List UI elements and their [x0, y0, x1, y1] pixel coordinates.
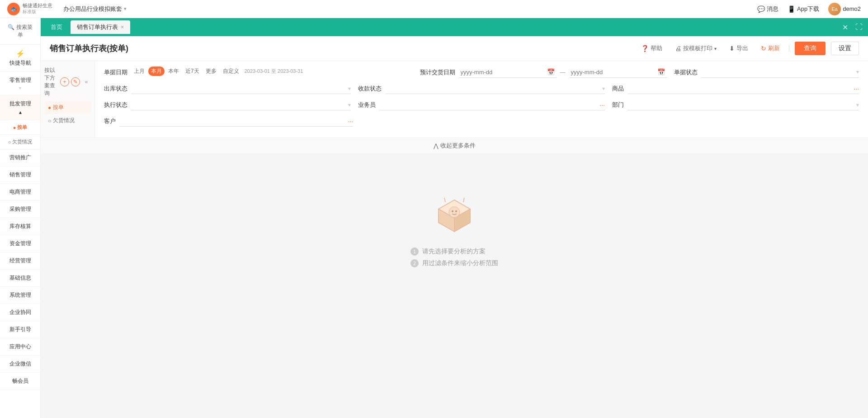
out-status-dropdown-icon[interactable]: ▾ — [348, 86, 351, 92]
tab-close-window-btn[interactable]: ✕ — [840, 21, 850, 33]
date-tab-last[interactable]: 上月 — [131, 66, 147, 76]
sidebar-item-system[interactable]: 系统管理 — [0, 287, 40, 304]
filter-plan-collapse-btn[interactable]: « — [82, 77, 91, 86]
filter-plan-title: 按以下方案查询 + ✎ « — [44, 66, 91, 97]
exec-status-wrap: ▾ — [131, 100, 351, 110]
filter-plan-label: 按以下方案查询 — [44, 66, 60, 97]
hint-text-2: 用过滤条件来缩小分析范围 — [422, 259, 498, 267]
dept-dropdown-icon[interactable]: ▾ — [856, 102, 859, 108]
main-layout: 🔍 搜索菜单 ⚡ 快捷导航 零售管理 ▾ 批发管理 ▴ ● 按单 ○ 欠货情况 — [0, 18, 868, 418]
filter-row-3: 执行状态 ▾ 业务员 ··· — [104, 100, 859, 110]
sidebar-item-inventory[interactable]: 库存核算 — [0, 218, 40, 235]
logo-subtext: 标准版 — [23, 9, 52, 15]
sidebar-item-appstore[interactable]: 应用中心 — [0, 338, 40, 356]
member-label: 畅会员 — [12, 377, 28, 385]
message-btn[interactable]: 💬 消息 — [757, 5, 778, 13]
out-status-input[interactable] — [131, 83, 348, 94]
filter-area: 按以下方案查询 + ✎ « — [41, 61, 868, 153]
sidebar-item-sales[interactable]: 销售管理 — [0, 166, 40, 184]
status-input[interactable] — [701, 67, 857, 77]
expected-date-from[interactable] — [459, 67, 545, 77]
print-btn[interactable]: 🖨 按模板打印 ▾ — [671, 43, 720, 54]
calendar-to-icon[interactable]: 📅 — [656, 68, 667, 76]
page-title: 销售订单执行表(按单) — [50, 43, 128, 54]
search-menu-btn[interactable]: 🔍 搜索菜单 — [4, 22, 37, 41]
customer-input[interactable] — [119, 116, 348, 126]
customer-more-icon[interactable]: ··· — [348, 118, 354, 125]
tab-maximize-btn[interactable]: ⛶ — [854, 21, 864, 33]
svg-point-6 — [455, 210, 457, 212]
date-tab-year[interactable]: 本年 — [165, 66, 182, 76]
logo-area[interactable]: 🐟 畅捷通好生意 标准版 — [7, 3, 52, 15]
expected-date-to[interactable] — [569, 67, 656, 77]
sidebar-item-retail[interactable]: 零售管理 ▾ — [0, 72, 40, 95]
sidebar-item-wholesale[interactable]: 批发管理 ▴ — [0, 95, 40, 120]
goods-input[interactable] — [627, 83, 854, 94]
sidebar-item-finance[interactable]: 资金管理 — [0, 235, 40, 252]
exec-status-dropdown-icon[interactable]: ▾ — [348, 102, 351, 108]
payment-status-input[interactable] — [385, 83, 602, 94]
salesman-more-icon[interactable]: ··· — [599, 101, 605, 109]
date-tab-week[interactable]: 近7天 — [183, 66, 202, 76]
plan-order-label: 按单 — [53, 104, 64, 111]
set-btn[interactable]: 设置 — [831, 42, 859, 55]
calendar-from-icon[interactable]: 📅 — [545, 68, 557, 76]
sidebar-item-marketing[interactable]: 营销推广 — [0, 149, 40, 166]
tab-close-btn[interactable]: × — [121, 24, 124, 30]
sidebar-item-corpwx[interactable]: 企业微信 — [0, 356, 40, 373]
retail-arrow-icon: ▾ — [19, 86, 21, 90]
refresh-btn[interactable]: ↻ 刷新 — [757, 43, 783, 54]
salesman-input[interactable] — [379, 100, 599, 110]
sidebar-item-newbie[interactable]: 新手引导 — [0, 321, 40, 338]
refresh-label: 刷新 — [768, 44, 780, 52]
export-label: 导出 — [736, 44, 748, 52]
filter-plan-add-btn[interactable]: + — [60, 77, 69, 86]
tab-active[interactable]: 销售订单执行表 × — [71, 20, 130, 34]
sidebar-item-member[interactable]: 畅会员 — [0, 373, 40, 390]
export-btn[interactable]: ⬇ 导出 — [726, 43, 752, 54]
date-tab-custom[interactable]: 自定义 — [220, 66, 242, 76]
filter-plan-item-order[interactable]: ● 按单 — [44, 101, 91, 114]
user-info[interactable]: Ea demo2 — [828, 3, 861, 15]
sidebar-item-ecommerce[interactable]: 电商管理 — [0, 184, 40, 201]
sidebar-sub-item-debt[interactable]: ○ 欠货情况 — [0, 134, 40, 149]
salesman-label: 业务员 — [358, 101, 376, 109]
customer-wrap: ··· — [119, 116, 353, 127]
edit-icon: ✎ — [73, 79, 78, 85]
app-download-btn[interactable]: 📱 App下载 — [788, 5, 819, 13]
tab-home[interactable]: 首页 — [44, 20, 69, 34]
filter-plan-edit-btn[interactable]: ✎ — [71, 77, 80, 86]
payment-status-dropdown-icon[interactable]: ▾ — [602, 86, 605, 92]
goods-wrap: ··· — [627, 83, 859, 94]
status-dropdown-icon[interactable]: ▾ — [856, 69, 859, 75]
salesman-wrap: ··· — [379, 100, 605, 110]
sidebar-search: 🔍 搜索菜单 — [0, 18, 40, 45]
query-btn[interactable]: 查询 — [795, 42, 826, 55]
date-tab-more[interactable]: 更多 — [203, 66, 219, 76]
date-tab-current[interactable]: 本月 — [148, 66, 165, 76]
sidebar-sub-item-order[interactable]: ● 按单 — [0, 120, 40, 134]
tab-home-label: 首页 — [51, 23, 62, 31]
nav-title[interactable]: 办公用品行业模拟账套 ▾ — [63, 5, 127, 13]
sidebar-item-basic[interactable]: 基础信息 — [0, 270, 40, 287]
sidebar-group-wholesale: 批发管理 ▴ ● 按单 ○ 欠货情况 — [0, 95, 40, 149]
sidebar-item-quicknav[interactable]: ⚡ 快捷导航 — [0, 45, 40, 72]
filter-plan-sidebar: 按以下方案查询 + ✎ « — [41, 61, 95, 138]
hint-text-1: 请先选择要分析的方案 — [422, 247, 486, 256]
sidebar-item-operation[interactable]: 经营管理 — [0, 252, 40, 270]
filter-row-4: 客户 ··· — [104, 116, 859, 127]
date-tabs: 上月 本月 本年 近7天 更多 自定义 2023-03-01 至 2023-03… — [131, 66, 413, 76]
sidebar-item-enterprise[interactable]: 企业协同 — [0, 304, 40, 321]
filter-plan-item-debt[interactable]: ○ 欠货情况 — [44, 114, 91, 127]
date-filter-area: 上月 本月 本年 近7天 更多 自定义 2023-03-01 至 2023-03… — [131, 66, 413, 78]
help-btn[interactable]: ❓ 帮助 — [637, 43, 666, 54]
corpwx-label: 企业微信 — [9, 360, 31, 368]
sidebar: 🔍 搜索菜单 ⚡ 快捷导航 零售管理 ▾ 批发管理 ▴ ● 按单 ○ 欠货情况 — [0, 18, 41, 418]
filter-item-salesman: 业务员 ··· — [358, 100, 605, 110]
goods-more-icon[interactable]: ··· — [854, 85, 859, 92]
sidebar-item-purchase[interactable]: 采购管理 — [0, 201, 40, 218]
exec-status-input[interactable] — [131, 100, 348, 110]
collapse-more-btn[interactable]: ⋀ 收起更多条件 — [41, 138, 868, 153]
wholesale-label: 批发管理 — [9, 100, 31, 108]
dept-input[interactable] — [627, 100, 856, 110]
